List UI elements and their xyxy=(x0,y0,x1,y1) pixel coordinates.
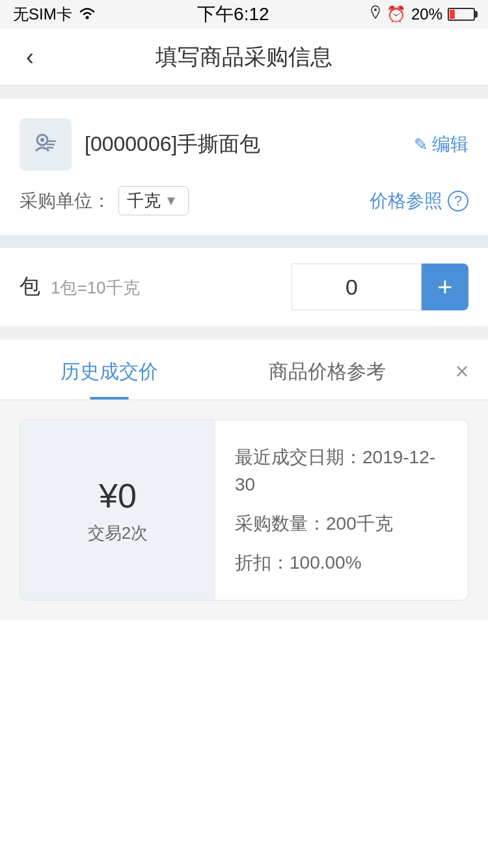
purchase-quantity-row: 采购数量：200千克 xyxy=(235,510,448,537)
quantity-conversion: 1包=10千克 xyxy=(51,277,140,299)
help-icon: ? xyxy=(448,191,468,211)
quantity-label-group: 包 1包=10千克 xyxy=(20,273,140,301)
svg-point-1 xyxy=(374,8,377,11)
quantity-plus-button[interactable]: + xyxy=(422,264,468,310)
unit-select[interactable]: 千克 ▼ xyxy=(118,186,189,215)
svg-point-0 xyxy=(85,16,88,20)
product-header: [0000006]手撕面包 ✎ 编辑 xyxy=(20,118,468,170)
empty-space xyxy=(0,620,488,868)
product-thumbnail xyxy=(20,118,72,170)
history-card: ¥0 交易2次 最近成交日期：2019-12-30 采购数量：200千克 折扣：… xyxy=(20,420,468,601)
edit-icon: ✎ xyxy=(414,135,428,155)
tab-section: 历史成交价 商品价格参考 × ¥0 交易2次 最近成交日期：2019-12-30… xyxy=(0,340,488,620)
wifi-icon xyxy=(77,5,97,23)
unit-value: 千克 xyxy=(127,189,161,212)
location-icon xyxy=(370,5,381,23)
tab-header: 历史成交价 商品价格参考 × xyxy=(0,340,488,400)
status-time: 下午6:12 xyxy=(197,2,269,27)
chevron-down-icon: ▼ xyxy=(165,193,178,208)
purchase-quantity-label: 采购数量： xyxy=(235,513,326,534)
status-left: 无SIM卡 xyxy=(13,4,97,25)
card-price-summary: ¥0 交易2次 xyxy=(20,420,215,600)
edit-label: 编辑 xyxy=(432,132,468,157)
card-details: 最近成交日期：2019-12-30 采购数量：200千克 折扣：100.00% xyxy=(215,420,468,600)
purchase-unit-label: 采购单位： xyxy=(20,189,111,213)
quantity-section: 包 1包=10千克 + xyxy=(0,248,488,327)
battery-percent: 20% xyxy=(411,5,442,23)
recent-date-label: 最近成交日期： xyxy=(235,447,362,467)
page-title: 填写商品采购信息 xyxy=(156,42,332,72)
product-info: [0000006]手撕面包 xyxy=(20,118,260,170)
status-bar: 无SIM卡 下午6:12 ⏰ 20% xyxy=(0,0,488,29)
quantity-unit-label: 包 xyxy=(20,273,40,301)
tab-history-price[interactable]: 历史成交价 xyxy=(0,340,218,400)
section-divider xyxy=(0,235,488,248)
back-button[interactable]: ‹ xyxy=(20,37,40,77)
status-right: ⏰ 20% xyxy=(370,5,475,23)
alarm-icon: ⏰ xyxy=(386,5,406,23)
history-price: ¥0 xyxy=(99,476,137,515)
nav-bar: ‹ 填写商品采购信息 xyxy=(0,29,488,86)
trade-count: 交易2次 xyxy=(88,522,148,545)
tab-product-price-reference[interactable]: 商品价格参考 xyxy=(218,340,436,400)
tab-close-button[interactable]: × xyxy=(436,340,488,400)
product-section: [0000006]手撕面包 ✎ 编辑 采购单位： 千克 ▼ 价格参照 ? xyxy=(0,99,488,235)
discount-value: 100.00% xyxy=(290,552,362,573)
purchase-unit: 采购单位： 千克 ▼ xyxy=(20,186,189,215)
quantity-input[interactable] xyxy=(291,264,422,310)
price-ref-label: 价格参照 xyxy=(370,189,442,213)
recent-date-row: 最近成交日期：2019-12-30 xyxy=(235,444,448,498)
discount-row: 折扣：100.00% xyxy=(235,549,448,576)
purchase-quantity-value: 200千克 xyxy=(326,513,393,534)
carrier-label: 无SIM卡 xyxy=(13,4,72,25)
edit-button[interactable]: ✎ 编辑 xyxy=(414,132,468,157)
battery-icon xyxy=(448,8,475,21)
price-reference-button[interactable]: 价格参照 ? xyxy=(370,189,468,213)
discount-label: 折扣： xyxy=(235,552,290,573)
quantity-input-group: + xyxy=(291,264,468,310)
product-meta: 采购单位： 千克 ▼ 价格参照 ? xyxy=(20,186,468,215)
tab-content: ¥0 交易2次 最近成交日期：2019-12-30 采购数量：200千克 折扣：… xyxy=(0,400,488,620)
product-name: [0000006]手撕面包 xyxy=(85,130,260,159)
svg-point-3 xyxy=(40,138,44,142)
